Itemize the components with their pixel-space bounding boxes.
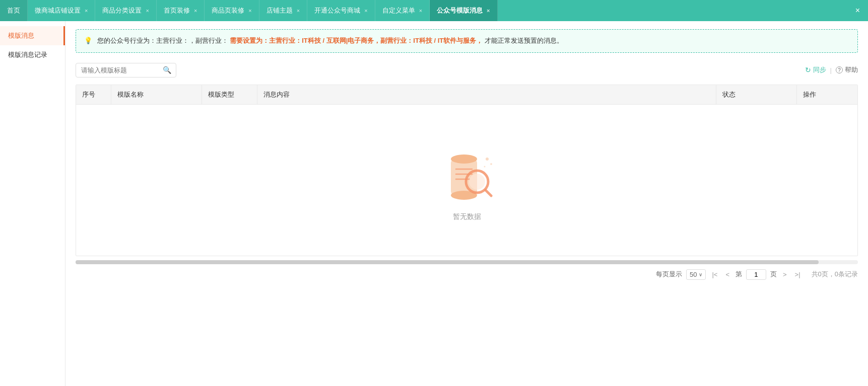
page-number-input[interactable] [746,269,766,280]
tab-home-label: 首页 [7,6,20,15]
svg-point-10 [486,158,489,161]
tab-home-decorate-close[interactable]: × [194,8,197,14]
tab-template-msg-close[interactable]: × [487,8,490,14]
tab-store-theme-close[interactable]: × [297,8,300,14]
sidebar-item-template-record[interactable]: 模版消息记录 [0,45,65,64]
tab-template-msg[interactable]: 公众号模版消息 × [430,0,497,21]
sidebar: 模版消息 模版消息记录 [0,21,65,386]
scrollbar-thumb[interactable] [76,260,819,264]
page-last-btn[interactable]: >| [793,270,803,279]
topbar-global-close[interactable]: × [847,6,868,15]
empty-state: 暂无数据 [76,105,857,256]
content-area: 💡 您的公众号行业为：主营行业：，副营行业： 需要设置为：主营行业：IT科技 /… [65,21,868,386]
svg-point-2 [451,155,477,164]
tab-product-category-label: 商品分类设置 [102,6,142,15]
tab-home-decorate-label: 首页装修 [164,6,190,15]
page-next-btn[interactable]: > [781,270,789,279]
tab-store-theme-label: 店铺主题 [266,6,293,15]
page-size-value: 50 [690,271,697,278]
pagination: 每页显示 50 ∨ |< < 第 页 > >| 共0页，0条记录 [76,269,858,280]
tab-micro-shop-close[interactable]: × [85,8,88,14]
tab-custom-menu[interactable]: 自定义菜单 × [375,0,430,21]
page-size-select[interactable]: 50 ∨ [686,269,706,280]
svg-point-12 [484,166,485,167]
tab-template-msg-label: 公众号模版消息 [437,6,483,15]
notice-icon: 💡 [84,37,92,44]
col-action: 操作 [797,85,857,104]
toolbar-divider: | [830,66,832,74]
page-label: 第 [736,270,742,279]
notice-highlight: 需要设置为：主营行业：IT科技 / 互联网|电子商务，副营行业：IT科技 / I… [230,37,483,44]
sidebar-item-template-message-label: 模版消息 [8,32,34,39]
data-table: 序号 模版名称 模版类型 消息内容 状态 操作 [76,85,858,256]
tab-home-decorate[interactable]: 首页装修 × [157,0,205,21]
table-header: 序号 模版名称 模版类型 消息内容 状态 操作 [76,85,857,105]
tab-custom-menu-label: 自定义菜单 [382,6,415,15]
tab-open-mall-close[interactable]: × [364,8,367,14]
tab-product-category-close[interactable]: × [146,8,149,14]
tab-store-theme[interactable]: 店铺主题 × [259,0,307,21]
page-first-btn[interactable]: |< [710,270,719,279]
horizontal-scrollbar[interactable] [76,260,858,264]
help-button[interactable]: ? 帮助 [836,65,858,74]
tab-product-decorate-close[interactable]: × [248,8,251,14]
toolbar: 🔍 ↻ 同步 | ? 帮助 [76,63,858,78]
tab-open-mall-label: 开通公众号商城 [314,6,360,15]
tab-custom-menu-close[interactable]: × [419,8,422,14]
topbar: 首页 微商城店铺设置 × 商品分类设置 × 首页装修 × 商品页装修 × 店铺主… [0,0,868,21]
col-template-type: 模版类型 [202,85,257,104]
empty-text: 暂无数据 [453,212,481,221]
main-layout: 模版消息 模版消息记录 💡 您的公众号行业为：主营行业：，副营行业： 需要设置为… [0,21,868,386]
empty-illustration [437,144,497,204]
svg-point-11 [490,163,492,165]
sidebar-item-template-record-label: 模版消息记录 [8,51,47,58]
tab-product-decorate-label: 商品页装修 [212,6,244,15]
tab-product-decorate[interactable]: 商品页装修 × [205,0,259,21]
col-template-name: 模版名称 [111,85,202,104]
help-label: 帮助 [845,65,858,74]
toolbar-right: ↻ 同步 | ? 帮助 [805,65,858,74]
page-unit: 页 [770,270,777,279]
page-size-label: 每页显示 [656,270,682,279]
help-icon: ? [836,66,843,73]
sync-button[interactable]: ↻ 同步 [805,65,826,74]
tab-micro-shop-label: 微商城店铺设置 [35,6,81,15]
notice-prefix: 您的公众号行业为：主营行业：，副营行业： [97,37,228,44]
sync-label: 同步 [813,65,826,74]
svg-line-9 [486,190,491,196]
col-message-content: 消息内容 [257,85,716,104]
search-input[interactable] [76,63,176,78]
search-input-wrap: 🔍 [76,63,176,78]
col-status: 状态 [716,85,797,104]
tab-open-mall[interactable]: 开通公众号商城 × [307,0,375,21]
sync-icon: ↻ [805,66,811,74]
page-prev-btn[interactable]: < [723,270,731,279]
svg-point-8 [469,174,485,190]
notice-box: 💡 您的公众号行业为：主营行业：，副营行业： 需要设置为：主营行业：IT科技 /… [76,29,858,53]
tab-home[interactable]: 首页 [0,0,28,21]
notice-suffix: 才能正常发送预置的消息。 [485,37,563,44]
sidebar-item-template-message[interactable]: 模版消息 [0,26,65,45]
page-size-chevron: ∨ [699,272,702,277]
search-icon[interactable]: 🔍 [163,66,171,74]
tab-micro-shop[interactable]: 微商城店铺设置 × [28,0,95,21]
toolbar-left: 🔍 [76,63,176,78]
total-info: 共0页，0条记录 [812,270,858,279]
col-index: 序号 [76,85,111,104]
tab-product-category[interactable]: 商品分类设置 × [95,0,156,21]
